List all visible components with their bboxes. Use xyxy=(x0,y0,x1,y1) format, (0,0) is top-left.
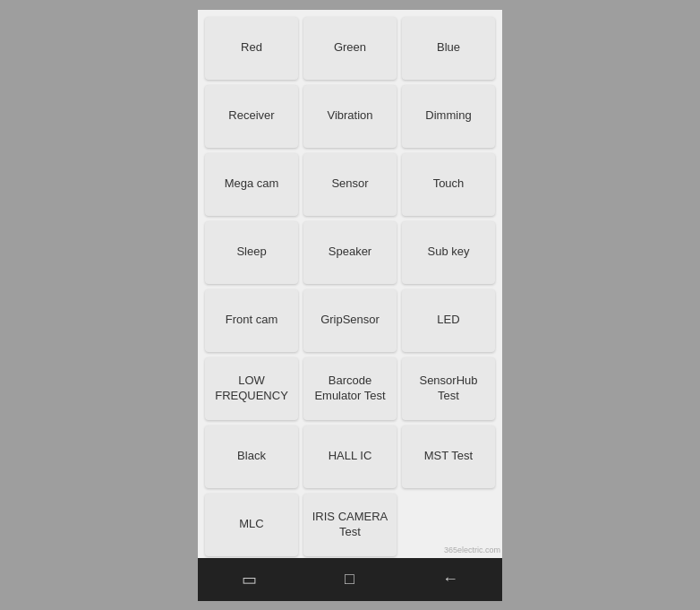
back-icon[interactable]: ← xyxy=(442,570,458,589)
test-button-12[interactable]: Front cam xyxy=(205,289,298,352)
test-button-22[interactable]: IRIS CAMERA Test xyxy=(303,494,397,556)
test-button-13[interactable]: GripSensor xyxy=(303,289,397,352)
test-button-2[interactable]: Blue xyxy=(402,17,495,80)
test-button-16[interactable]: Barcode Emulator Test xyxy=(303,357,397,420)
test-button-9[interactable]: Sleep xyxy=(205,221,298,284)
navbar: ▭ □ ← xyxy=(198,558,502,601)
test-button-7[interactable]: Sensor xyxy=(303,153,397,216)
test-button-15[interactable]: LOW FREQUENCY xyxy=(205,357,298,420)
test-button-0[interactable]: Red xyxy=(205,17,298,80)
test-button-6[interactable]: Mega cam xyxy=(205,153,298,216)
recent-apps-icon[interactable]: ▭ xyxy=(242,570,257,589)
test-button-20[interactable]: MST Test xyxy=(402,425,495,488)
test-button-8[interactable]: Touch xyxy=(402,153,495,216)
test-button-14[interactable]: LED xyxy=(402,289,495,352)
test-button-18[interactable]: Black xyxy=(205,425,298,488)
test-button-1[interactable]: Green xyxy=(303,17,397,80)
home-icon[interactable]: □ xyxy=(345,570,354,589)
test-button-5[interactable]: Dimming xyxy=(402,85,495,148)
test-button-19[interactable]: HALL IC xyxy=(303,425,397,488)
test-button-3[interactable]: Receiver xyxy=(205,85,298,148)
test-button-10[interactable]: Speaker xyxy=(303,221,397,284)
button-grid: RedGreenBlueReceiverVibrationDimmingMega… xyxy=(205,17,495,556)
scroll-area: RedGreenBlueReceiverVibrationDimmingMega… xyxy=(198,10,502,558)
phone-container: RedGreenBlueReceiverVibrationDimmingMega… xyxy=(198,10,502,601)
test-button-17[interactable]: SensorHub Test xyxy=(402,357,495,420)
test-button-4[interactable]: Vibration xyxy=(303,85,397,148)
test-button-21[interactable]: MLC xyxy=(205,494,298,556)
test-button-11[interactable]: Sub key xyxy=(402,221,495,284)
